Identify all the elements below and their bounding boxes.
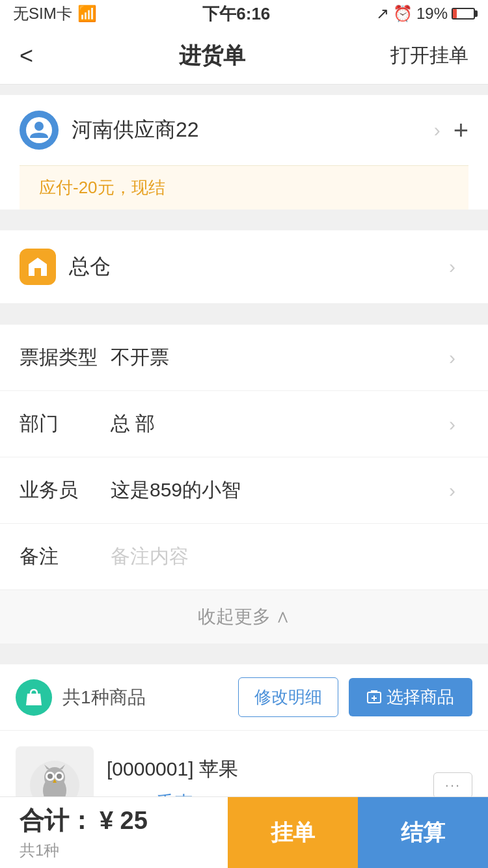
invoice-type-row[interactable]: 票据类型 不开票 › <box>0 325 488 391</box>
department-value: 总 部 <box>111 411 449 437</box>
svg-point-10 <box>47 774 53 779</box>
supplier-avatar-icon <box>26 117 52 143</box>
salesperson-chevron-icon: › <box>449 480 455 502</box>
supplier-section: 河南供应商22 › + 应付-20元，现结 <box>0 95 488 210</box>
select-product-label: 选择商品 <box>386 686 454 709</box>
divider-1 <box>0 210 488 220</box>
remark-label: 备注 <box>20 543 111 570</box>
total-value: ¥ 25 <box>100 807 148 834</box>
svg-rect-1 <box>34 268 41 276</box>
warehouse-chevron-icon: › <box>449 256 455 278</box>
status-right: ↗ ⏰ 19% <box>376 5 475 23</box>
department-label: 部门 <box>20 411 111 437</box>
select-product-button[interactable]: 选择商品 <box>349 678 472 716</box>
divider-3 <box>0 644 488 654</box>
supplier-row[interactable]: 河南供应商22 › + <box>20 95 468 165</box>
edit-details-button[interactable]: 修改明细 <box>238 677 338 717</box>
total-label: 合计： <box>20 807 94 834</box>
invoice-type-value: 不开票 <box>111 344 449 371</box>
supplier-info-bar: 应付-20元，现结 <box>20 165 468 210</box>
remark-row[interactable]: 备注 备注内容 <box>0 524 488 590</box>
svg-point-0 <box>34 122 44 131</box>
total-count-display: 共1种 <box>20 840 208 861</box>
page-title: 进货单 <box>179 41 245 71</box>
total-amount-display: 合计： ¥ 25 <box>20 804 208 837</box>
status-left: 无SIM卡 📶 <box>13 3 97 24</box>
battery-text: 19% <box>416 5 448 23</box>
invoice-type-label: 票据类型 <box>20 344 111 371</box>
salesperson-value: 这是859的小智 <box>111 477 449 504</box>
remark-placeholder: 备注内容 <box>111 543 468 570</box>
bottom-bar: 合计： ¥ 25 共1种 挂单 结算 <box>0 796 488 868</box>
warehouse-name: 总仓 <box>69 252 449 281</box>
product-name: [0000001] 苹果 <box>107 756 433 783</box>
supplier-chevron-icon: › <box>434 119 441 141</box>
product-count-text: 共1种商品 <box>62 685 238 710</box>
department-row[interactable]: 部门 总 部 › <box>0 391 488 457</box>
nav-bar: < 进货单 打开挂单 <box>0 27 488 85</box>
divider-top <box>0 85 488 95</box>
hang-button[interactable]: 挂单 <box>228 797 358 869</box>
supplier-name: 河南供应商22 <box>72 116 434 144</box>
collapse-bar[interactable]: 收起更多 ∧ <box>0 590 488 644</box>
product-header: 共1种商品 修改明细 选择商品 <box>0 664 488 731</box>
product-more-button[interactable]: ··· <box>433 772 472 798</box>
carrier-text: 无SIM卡 <box>13 3 72 24</box>
select-product-icon <box>367 690 381 705</box>
warehouse-icon <box>20 249 56 285</box>
back-button[interactable]: < <box>20 42 33 70</box>
warehouse-row[interactable]: 总仓 › <box>0 230 488 304</box>
bottom-total: 合计： ¥ 25 共1种 <box>0 804 228 861</box>
svg-point-11 <box>57 774 62 779</box>
salesperson-row[interactable]: 业务员 这是859的小智 › <box>0 457 488 524</box>
add-supplier-button[interactable]: + <box>454 116 468 145</box>
invoice-type-chevron-icon: › <box>449 347 455 369</box>
status-time: 下午6:16 <box>202 3 270 25</box>
warehouse-section: 总仓 › <box>0 230 488 304</box>
battery-icon <box>452 8 475 20</box>
department-chevron-icon: › <box>449 413 455 435</box>
form-section: 票据类型 不开票 › 部门 总 部 › 业务员 这是859的小智 › 备注 备注… <box>0 325 488 590</box>
divider-2 <box>0 304 488 314</box>
status-bar: 无SIM卡 📶 下午6:16 ↗ ⏰ 19% <box>0 0 488 27</box>
checkout-button[interactable]: 结算 <box>358 797 488 869</box>
salesperson-label: 业务员 <box>20 477 111 504</box>
wifi-icon: 📶 <box>77 5 97 23</box>
product-section-icon <box>16 679 52 716</box>
open-hang-button[interactable]: 打开挂单 <box>390 42 468 69</box>
alarm-icon: ⏰ <box>393 5 413 23</box>
supplier-avatar <box>20 111 59 150</box>
location-icon: ↗ <box>376 5 389 23</box>
